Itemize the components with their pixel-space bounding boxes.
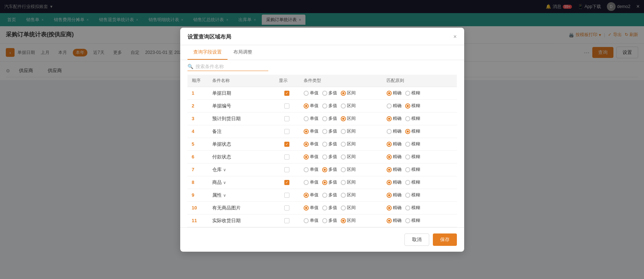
modal-tab-layout[interactable]: 布局调整 <box>228 45 258 60</box>
search-input[interactable] <box>195 64 268 69</box>
search-wrap: 🔍 <box>187 64 268 71</box>
modal-tab-query-fields[interactable]: 查询字段设置 <box>187 45 228 60</box>
th-order: 顺序 <box>187 75 208 80</box>
modal-close-button[interactable]: × <box>453 34 457 40</box>
th-type: 条件类型 <box>299 75 382 80</box>
table-header-row: 顺序 条件名称 显示 条件类型 匹配原则 <box>187 75 457 80</box>
modal-title: 设置查询区域布局 <box>187 34 231 40</box>
modal-header: 设置查询区域布局 × <box>180 28 464 45</box>
th-show: 显示 <box>274 75 299 80</box>
settings-modal: 设置查询区域布局 × 查询字段设置 布局调整 🔍 顺序 <box>180 28 464 80</box>
modal-tabs: 查询字段设置 布局调整 <box>180 45 464 60</box>
modal-search-area: 🔍 <box>180 60 464 75</box>
th-rule: 匹配原则 <box>382 75 457 80</box>
modal-table: 顺序 条件名称 显示 条件类型 匹配原则 1单据日期 单值 多值 区间 精确 <box>187 75 457 80</box>
modal-overlay: 设置查询区域布局 × 查询字段设置 布局调整 🔍 顺序 <box>0 0 644 80</box>
th-name: 条件名称 <box>208 75 274 80</box>
search-icon: 🔍 <box>187 64 193 69</box>
